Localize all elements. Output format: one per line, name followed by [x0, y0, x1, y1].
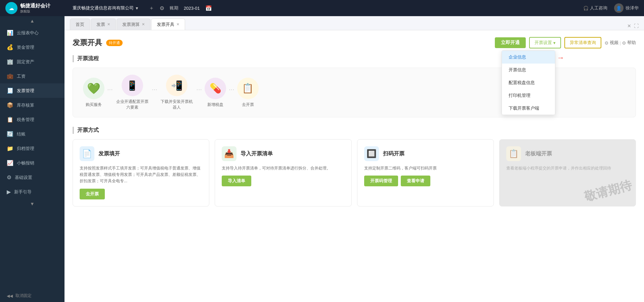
method-boss-icon: 📋 — [506, 146, 521, 161]
tab-invoice-tool[interactable]: 发票开具 ✕ — [151, 18, 185, 30]
scan-btns: 开票码管理 查看申请 — [364, 176, 487, 186]
logo-area: ☁ 畅捷通好会计 旗舰版 — [5, 2, 66, 14]
tab-invoice-label: 发票 — [96, 22, 105, 28]
sidebar-item-cloud-report[interactable]: 📊 云报表中心 — [0, 26, 65, 40]
sidebar-label-invoice: 发票管理 — [17, 88, 34, 94]
sidebar-label-cloud-report: 云报表中心 — [17, 30, 39, 36]
method-scan-header: 🔲 扫码开票 — [364, 146, 487, 161]
process-icon-buy: 💚 — [83, 78, 104, 99]
logo-icon: ☁ — [5, 2, 17, 14]
arrow-2: ··· — [149, 85, 160, 93]
sidebar: ▲ 📊 云报表中心 💰 资金管理 🏢 固定资产 💼 工资 🧾 发票管理 📦 库存… — [0, 16, 65, 302]
arrow-1: ··· — [104, 85, 116, 93]
tab-invoice-tool-label: 发票开具 — [157, 22, 174, 28]
activate-btn[interactable]: 立即开通 — [495, 37, 526, 48]
method-import-desc: 支持导入待开票清单，可对待开票清单进行拆分、合并处理。 — [222, 165, 344, 172]
process-icon-tax-disk: 💊 — [205, 78, 226, 99]
tab-close-all-icon[interactable]: ✕ — [627, 23, 631, 29]
exception-btn[interactable]: 异常清单查询 — [564, 37, 601, 48]
inventory-icon: 📦 — [7, 102, 13, 108]
user-info[interactable]: 👤 徐泽华 — [614, 3, 639, 13]
method-scan-icon: 🔲 — [364, 146, 379, 161]
method-boss-name: 老板端开票 — [525, 150, 552, 157]
dropdown-item-download-client[interactable]: 下载开票客户端 — [502, 102, 555, 115]
sidebar-item-salary[interactable]: 💼 工资 — [0, 69, 65, 83]
help-label[interactable]: 帮助 — [627, 40, 636, 46]
calendar-icon[interactable]: 📅 — [205, 5, 212, 11]
sidebar-label-fixed-assets: 固定资产 — [17, 59, 34, 65]
sidebar-item-guide[interactable]: ▶ 新手引导 — [0, 185, 65, 199]
method-card-import: 📥 导入开票清单 支持导入待开票清单，可对待开票清单进行拆分、合并处理。 导入清… — [215, 139, 351, 206]
sidebar-item-invoice[interactable]: 🧾 发票管理 — [0, 83, 65, 98]
fixed-assets-icon: 🏢 — [7, 59, 13, 65]
method-import-icon: 📥 — [222, 146, 237, 161]
tab-home[interactable]: 首页 — [70, 18, 90, 30]
page-content: 发票开具 待开通 立即开通 开票设置 ▾ 异常清单查询 ⊙ 视频 | ⊙ — [65, 30, 644, 302]
help-icon[interactable]: ⊙ — [622, 40, 626, 45]
add-icon[interactable]: ＋ — [149, 5, 154, 12]
sidebar-item-tax[interactable]: 📋 税务管理 — [0, 112, 65, 127]
company-name: 重庆畅捷交通信息咨询有限公司 — [73, 5, 134, 11]
dropdown-item-printer[interactable]: 打印机管理 — [502, 89, 555, 102]
method-scan-name: 扫码开票 — [383, 150, 404, 157]
tab-maximize-icon[interactable]: ⛶ — [634, 23, 639, 29]
tab-invoice-calc-close[interactable]: ✕ — [142, 22, 145, 27]
qr-manage-btn[interactable]: 开票码管理 — [364, 176, 398, 186]
method-import-name: 导入开票清单 — [241, 150, 273, 157]
process-step-tax-disk: 💊 新增税盘 — [205, 78, 226, 108]
page-title: 发票开具 — [73, 38, 102, 48]
report-sales-icon: 📈 — [7, 160, 13, 166]
main-layout: ▲ 📊 云报表中心 💰 资金管理 🏢 固定资产 💼 工资 🧾 发票管理 📦 库存… — [0, 16, 644, 302]
sidebar-item-settlement[interactable]: 🔄 结账 — [0, 127, 65, 141]
dropdown-item-tax-disk[interactable]: 配置税盘信息 — [502, 76, 555, 89]
settings-dropdown-menu: 企业信息 → 开票信息 配置税盘信息 打印机管理 下载开票客户端 — [502, 50, 555, 115]
method-fill-name: 发票填开 — [98, 150, 120, 157]
sidebar-label-fund: 资金管理 — [17, 44, 34, 50]
settings-btn[interactable]: 开票设置 ▾ — [529, 37, 561, 48]
sidebar-scroll-down[interactable]: ▼ — [0, 199, 65, 209]
dropdown-item-company-info[interactable]: 企业信息 — [502, 51, 555, 64]
fill-invoice-btn[interactable]: 去开票 — [80, 189, 105, 199]
top-bar-actions: ＋ ⚙ 账期 2023-01 📅 — [149, 5, 212, 12]
settings-icon[interactable]: ⚙ — [160, 5, 164, 11]
dropdown-item-invoice-info[interactable]: 开票信息 — [502, 64, 555, 76]
pin-icon: ◀◀ — [7, 294, 13, 298]
process-label-tax-disk: 新增税盘 — [207, 102, 223, 108]
sidebar-scroll-up[interactable]: ▲ — [0, 16, 65, 26]
settings-btn-label: 开票设置 — [534, 40, 552, 46]
method-card-fill: 📄 发票填开 支持按照发票样式手工填开发票；可开具增值税电子普通发票、增值税普通… — [73, 139, 209, 206]
status-badge: 待开通 — [106, 40, 123, 46]
tab-invoice-calc[interactable]: 发票测算 ✕ — [117, 18, 151, 30]
import-list-btn[interactable]: 导入清单 — [222, 176, 251, 186]
coming-soon-overlay: 敬请期待 — [583, 177, 634, 205]
sidebar-pin-btn[interactable]: ◀◀ 取消固定 — [0, 290, 65, 302]
sidebar-item-fixed-assets[interactable]: 🏢 固定资产 — [0, 54, 65, 69]
sidebar-item-settings[interactable]: ⚙ 基础设置 — [0, 170, 65, 185]
page-header: 发票开具 待开通 立即开通 开票设置 ▾ 异常清单查询 ⊙ 视频 | ⊙ — [73, 37, 636, 48]
methods-grid: 📄 发票填开 支持按照发票样式手工填开发票；可开具增值税电子普通发票、增值税普通… — [73, 139, 636, 206]
sidebar-item-inventory[interactable]: 📦 库存核算 — [0, 98, 65, 112]
header-actions: 立即开通 开票设置 ▾ 异常清单查询 ⊙ 视频 | ⊙ 帮助 — [495, 37, 636, 48]
tab-invoice-close[interactable]: ✕ — [107, 22, 110, 27]
view-apply-btn[interactable]: 查看申请 — [401, 176, 430, 186]
sidebar-item-fund[interactable]: 💰 资金管理 — [0, 40, 65, 54]
process-step-config: 📱 企业开通配置开票六要素 — [116, 75, 149, 110]
top-bar-right: 🎧 人工咨询 👤 徐泽华 — [583, 3, 639, 13]
sidebar-label-inventory: 库存核算 — [17, 102, 34, 108]
method-card-scan: 🔲 扫码开票 支持定制开票二维码，客户端可扫码开票 开票码管理 查看申请 — [357, 139, 494, 206]
company-selector[interactable]: 重庆畅捷交通信息咨询有限公司 ▾ — [70, 4, 141, 12]
process-step-go-invoice: 📋 去开票 — [237, 78, 259, 108]
video-label[interactable]: 视频 — [610, 40, 618, 46]
tab-invoice[interactable]: 发票 ✕ — [91, 18, 116, 30]
logo-sub: 旗舰版 — [20, 9, 50, 14]
method-fill-header: 📄 发票填开 — [80, 146, 202, 161]
method-boss-desc: 查看老板端小程序提交的开票申请，并作出相应的处理回待 — [506, 165, 629, 172]
user-name: 徐泽华 — [626, 5, 639, 11]
sidebar-item-archive[interactable]: 📁 归档管理 — [0, 141, 65, 156]
fund-icon: 💰 — [7, 44, 13, 50]
tab-invoice-tool-close[interactable]: ✕ — [176, 22, 179, 27]
consultation-btn[interactable]: 🎧 人工咨询 — [583, 5, 607, 11]
play-icon[interactable]: ⊙ — [605, 40, 608, 45]
settings-nav-icon: ⚙ — [7, 174, 11, 181]
sidebar-item-report-sales[interactable]: 📈 小畅报销 — [0, 156, 65, 170]
